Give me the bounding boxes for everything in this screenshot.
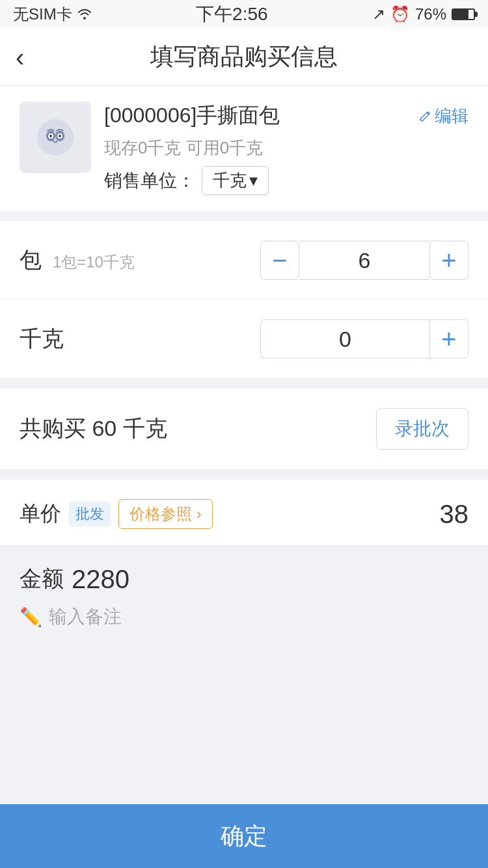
bottom-spacer (0, 642, 488, 706)
kg-stepper: + (260, 319, 468, 359)
unit-label: 销售单位： (104, 169, 195, 193)
package-label-group: 包 1包=10千克 (20, 245, 135, 275)
alarm-icon: ⏰ (390, 5, 410, 23)
price-row: 单价 批发 价格参照 › 38 (20, 499, 468, 529)
product-image (20, 102, 91, 173)
price-value: 38 (440, 500, 469, 529)
status-left: 无SIM卡 (13, 4, 92, 25)
amount-section: 金额 2280 ✏️ 输入备注 (0, 545, 488, 642)
status-right: ↗ ⏰ 76% (372, 5, 475, 23)
product-info: [0000006]手撕面包 编辑 现存0千克 可用0千克 销售单位： 千克 ▾ (104, 102, 468, 195)
product-stock: 现存0千克 可用0千克 (104, 137, 468, 159)
product-card: [0000006]手撕面包 编辑 现存0千克 可用0千克 销售单位： 千克 ▾ (0, 86, 488, 211)
product-unit-row: 销售单位： 千克 ▾ (104, 166, 468, 195)
batch-button[interactable]: 录批次 (376, 408, 468, 450)
remark-placeholder[interactable]: 输入备注 (49, 604, 122, 629)
unit-value: 千克 (213, 169, 247, 192)
svg-point-5 (49, 135, 52, 137)
dropdown-arrow-icon: ▾ (249, 170, 258, 191)
package-input[interactable] (299, 241, 429, 280)
wifi-icon (77, 9, 92, 20)
price-label: 单价 (20, 500, 61, 528)
back-button[interactable]: ‹ (16, 44, 24, 70)
kg-plus-button[interactable]: + (429, 319, 468, 359)
edit-icon (418, 109, 432, 123)
amount-value: 2280 (72, 565, 129, 594)
kg-input[interactable] (260, 319, 429, 359)
summary-row: 共购买 60 千克 录批次 (0, 388, 488, 469)
summary-text: 共购买 60 千克 (20, 414, 167, 444)
package-sublabel: 1包=10千克 (53, 253, 135, 271)
battery-icon (452, 8, 475, 20)
status-time: 下午2:56 (196, 2, 268, 27)
carrier-text: 无SIM卡 (13, 4, 72, 25)
kg-row: 千克 + (0, 300, 488, 378)
nav-bar: ‹ 填写商品购买信息 (0, 29, 488, 86)
package-minus-button[interactable]: − (260, 241, 299, 280)
page-title: 填写商品购买信息 (150, 41, 338, 73)
package-plus-button[interactable]: + (429, 241, 468, 280)
product-name-row: [0000006]手撕面包 编辑 (104, 102, 468, 130)
package-label: 包 (20, 247, 42, 272)
pencil-icon: ✏️ (20, 606, 42, 628)
confirm-button[interactable]: 确定 (0, 804, 488, 868)
location-icon: ↗ (372, 5, 385, 23)
price-ref-button[interactable]: 价格参照 › (118, 499, 213, 529)
battery-percent: 76% (415, 5, 446, 23)
status-bar: 无SIM卡 下午2:56 ↗ ⏰ 76% (0, 0, 488, 29)
edit-label: 编辑 (435, 105, 468, 128)
package-row: 包 1包=10千克 − + (0, 221, 488, 300)
package-stepper: − + (260, 241, 468, 280)
svg-point-6 (59, 135, 61, 137)
unit-select[interactable]: 千克 ▾ (202, 166, 269, 195)
product-logo (36, 118, 75, 157)
price-tag: 批发 (69, 502, 111, 526)
kg-label: 千克 (20, 324, 64, 354)
edit-button[interactable]: 编辑 (418, 105, 468, 128)
input-section: 包 1包=10千克 − + 千克 + (0, 221, 488, 378)
price-label-row: 单价 批发 价格参照 › (20, 499, 213, 529)
product-name: [0000006]手撕面包 (104, 102, 280, 130)
remark-row[interactable]: ✏️ 输入备注 (20, 604, 468, 642)
amount-row: 金额 2280 (20, 564, 468, 594)
svg-point-0 (37, 119, 74, 156)
amount-label: 金额 (20, 564, 64, 594)
main-content: [0000006]手撕面包 编辑 现存0千克 可用0千克 销售单位： 千克 ▾ (0, 86, 488, 706)
price-section: 单价 批发 价格参照 › 38 (0, 480, 488, 545)
